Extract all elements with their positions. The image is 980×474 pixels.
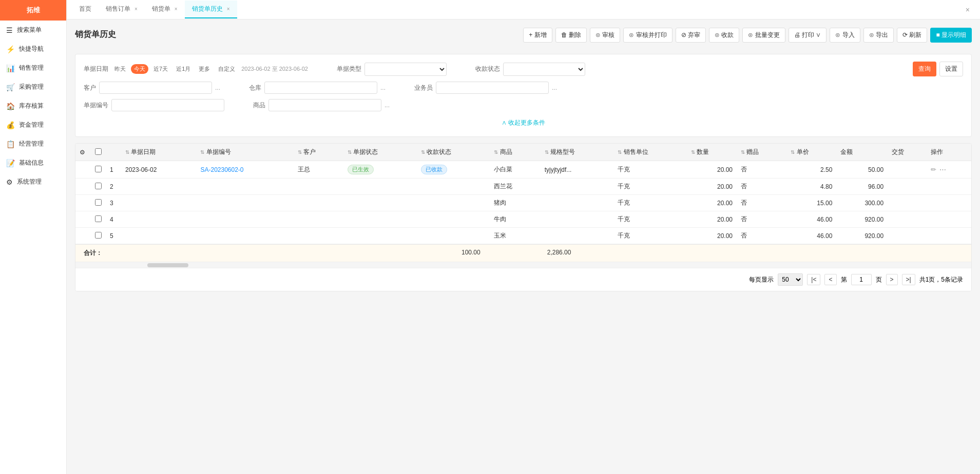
sidebar-item-sales-mgmt[interactable]: 📊 销售管理 [0, 58, 66, 77]
date-today[interactable]: 今天 [131, 64, 148, 74]
cell-amount: 920.00 [836, 228, 888, 244]
date-custom[interactable]: 自定义 [215, 64, 238, 74]
audit-button[interactable]: ⊙ 审核 [590, 28, 620, 43]
print-button[interactable]: 🖨 打印 ∨ [789, 28, 827, 43]
prev-page-button[interactable]: < [824, 274, 836, 285]
warehouse-input[interactable] [264, 82, 377, 94]
next-page-button[interactable]: > [886, 274, 898, 285]
product-label: 商品 [253, 101, 265, 110]
cell-customer: 王总 [294, 161, 343, 179]
cell-row-no: 4 [106, 211, 121, 228]
cell-checkbox[interactable] [91, 228, 106, 244]
col-unit-price[interactable]: ⇅ 单价 [786, 144, 836, 161]
col-settings[interactable]: ⚙ [75, 144, 91, 161]
search-menu-icon: ☰ [6, 26, 13, 34]
add-button[interactable]: + 新增 [523, 28, 552, 43]
cell-checkbox[interactable] [91, 161, 106, 179]
doc-type-select[interactable] [364, 63, 447, 76]
product-input[interactable] [268, 99, 381, 111]
cell-spec: tyjyjtyjdf... [541, 161, 614, 179]
row-checkbox[interactable] [95, 183, 102, 189]
cell-doc-no: SA-20230602-0 [196, 161, 293, 179]
tab-sales-delivery[interactable]: 销货单 × [145, 1, 185, 18]
settings-button[interactable]: 设置 [939, 62, 963, 76]
col-spec[interactable]: ⇅ 规格型号 [541, 144, 614, 161]
purchase-icon: 🛒 [6, 83, 15, 91]
tab-close-sales-delivery[interactable]: × [175, 6, 178, 12]
per-page-label: 每页显示 [749, 275, 774, 284]
first-page-button[interactable]: |< [807, 274, 820, 285]
sidebar-item-quick-nav[interactable]: ⚡ 快捷导航 [0, 40, 66, 58]
sidebar-item-search-menu[interactable]: ☰ 搜索菜单 [0, 21, 66, 40]
horizontal-scrollbar[interactable] [75, 262, 971, 268]
customer-picker[interactable]: ... [215, 84, 220, 91]
audit-print-button[interactable]: ⊙ 审核并打印 [623, 28, 672, 43]
product-picker[interactable]: ... [385, 102, 390, 109]
col-gift[interactable]: ⇅ 赠品 [737, 144, 786, 161]
select-all-checkbox[interactable] [95, 148, 102, 155]
warehouse-picker[interactable]: ... [380, 84, 386, 91]
sidebar-item-operations[interactable]: 📋 经营管理 [0, 134, 66, 153]
tab-close-sales-history[interactable]: × [227, 6, 230, 12]
date-last-month[interactable]: 近1月 [173, 64, 194, 74]
sidebar-item-inventory[interactable]: 🏠 库存核算 [0, 96, 66, 115]
cell-amount: 50.00 [836, 161, 888, 179]
collect-button[interactable]: ⊙ 收款 [709, 28, 739, 43]
tab-close-sales-order[interactable]: × [134, 6, 138, 12]
scrollbar-thumb[interactable] [147, 263, 188, 267]
col-doc-status[interactable]: ⇅ 单据状态 [343, 144, 417, 161]
date-more[interactable]: 更多 [196, 64, 213, 74]
filter-payment-status: 收款状态 [475, 63, 585, 76]
row-checkbox[interactable] [95, 166, 102, 172]
cell-doc-status [343, 195, 417, 211]
query-button[interactable]: 查询 [913, 62, 936, 76]
sort-icon: ⇅ [298, 149, 302, 155]
filter-warehouse: 仓库 ... [249, 82, 386, 94]
tab-home[interactable]: 首页 [72, 1, 99, 18]
row-checkbox[interactable] [95, 232, 102, 239]
export-button[interactable]: ⊙ 导出 [863, 28, 894, 43]
payment-status-select[interactable] [503, 63, 585, 76]
import-button[interactable]: ⊙ 导入 [830, 28, 860, 43]
show-detail-button[interactable]: ■ 显示明细 [930, 28, 972, 43]
sidebar-item-purchase-mgmt[interactable]: 🛒 采购管理 [0, 77, 66, 96]
col-doc-date[interactable]: ⇅ 单据日期 [121, 144, 196, 161]
cell-checkbox[interactable] [91, 195, 106, 211]
col-product[interactable]: ⇅ 商品 [490, 144, 540, 161]
cell-checkbox[interactable] [91, 211, 106, 228]
doc-no-link[interactable]: SA-20230602-0 [200, 166, 243, 173]
col-doc-no[interactable]: ⇅ 单据编号 [196, 144, 293, 161]
business-picker[interactable]: ... [552, 84, 557, 91]
customer-input[interactable] [99, 82, 212, 94]
per-page-select[interactable]: 50 100 [778, 273, 803, 286]
page-number-input[interactable] [851, 274, 872, 285]
col-qty[interactable]: ⇅ 数量 [687, 144, 737, 161]
window-close-button[interactable]: × [960, 6, 975, 14]
cell-doc-date [121, 179, 196, 195]
doc-number-input[interactable] [111, 99, 224, 111]
sidebar-item-basic-info[interactable]: 📝 基础信息 [0, 153, 66, 172]
col-customer[interactable]: ⇅ 客户 [294, 144, 343, 161]
refresh-button[interactable]: ⟳ 刷新 [897, 28, 927, 43]
abandon-button[interactable]: ⊘ 弃审 [676, 28, 706, 43]
date-yesterday[interactable]: 昨天 [111, 64, 129, 74]
row-checkbox[interactable] [95, 215, 102, 222]
collapse-filter-button[interactable]: ∧ 收起更多条件 [84, 116, 963, 129]
cell-checkbox[interactable] [91, 179, 106, 195]
col-checkbox[interactable] [91, 144, 106, 161]
business-input[interactable] [436, 82, 549, 94]
last-page-button[interactable]: >| [902, 274, 915, 285]
tab-sales-order[interactable]: 销售订单 × [99, 1, 145, 18]
col-unit[interactable]: ⇅ 销售单位 [613, 144, 687, 161]
more-icon[interactable]: ⋯ [939, 166, 946, 173]
cell-product: 猪肉 [490, 195, 540, 211]
sidebar-item-system-mgmt[interactable]: ⚙ 系统管理 [0, 172, 66, 191]
row-checkbox[interactable] [95, 199, 102, 206]
edit-icon[interactable]: ✏ [931, 166, 936, 173]
tab-sales-history[interactable]: 销货单历史 × [185, 1, 237, 18]
delete-button[interactable]: 🗑 删除 [555, 28, 587, 43]
date-last7[interactable]: 近7天 [150, 64, 171, 74]
sidebar-item-finance[interactable]: 💰 资金管理 [0, 115, 66, 134]
col-payment-status[interactable]: ⇅ 收款状态 [417, 144, 490, 161]
batch-change-button[interactable]: ⊙ 批量变更 [742, 28, 785, 43]
